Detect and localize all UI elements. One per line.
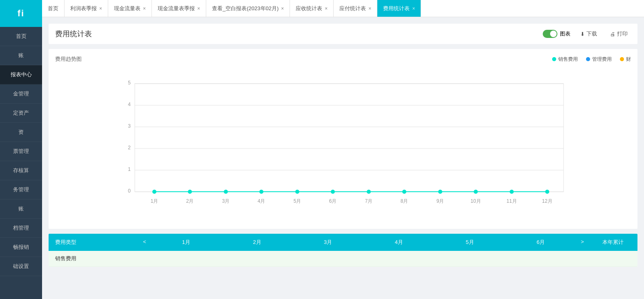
legend-sales-dot	[552, 57, 556, 61]
row-sales-may	[435, 251, 506, 266]
sidebar-item-cash[interactable]: 金管理	[0, 84, 42, 104]
svg-text:1: 1	[128, 166, 131, 172]
chart-legend: 销售费用 管理费用 财	[552, 56, 631, 63]
tab-expense[interactable]: 费用统计表 ×	[377, 0, 421, 17]
sidebar-item-account[interactable]: 账	[0, 46, 42, 65]
svg-text:11月: 11月	[506, 198, 517, 204]
legend-sales: 销售费用	[552, 56, 578, 63]
tab-close-blank-report[interactable]: ×	[281, 6, 284, 11]
table-row: 销售费用	[49, 251, 637, 267]
sidebar-item-assets[interactable]: 定资产	[0, 104, 42, 123]
col-mar: 3月	[292, 234, 363, 251]
row-sales-jun	[505, 251, 576, 266]
tab-blank-report[interactable]: 查看_空白报表(2023年02月) ×	[206, 0, 290, 17]
svg-point-26	[188, 190, 192, 194]
tab-bar: 首页 利润表季报 × 现金流量表 × 现金流量表季报 × 查看_空白报表(202…	[42, 0, 644, 17]
chart-toggle-wrap: 图表	[543, 30, 570, 38]
col-apr: 4月	[363, 234, 435, 251]
content-area: 费用统计表 图表 ⬇ 下载 🖨 打印 费用趋势图	[42, 17, 644, 299]
svg-text:1月: 1月	[151, 198, 158, 204]
row-sales-apr	[363, 251, 435, 266]
download-button[interactable]: ⬇ 下载	[577, 29, 600, 39]
header-actions: 图表 ⬇ 下载 🖨 打印	[543, 29, 631, 39]
sidebar-item-service[interactable]: 务管理	[0, 180, 42, 199]
sidebar-item-salary[interactable]: 资	[0, 123, 42, 142]
svg-text:4: 4	[128, 102, 131, 107]
tab-profit-quarter[interactable]: 利润表季报 ×	[65, 0, 108, 17]
chart-toggle-label: 图表	[560, 30, 570, 38]
svg-text:10月: 10月	[470, 198, 481, 204]
col-ytd: 本年累计	[588, 234, 637, 251]
chart-card: 费用趋势图 销售费用 管理费用 财	[49, 49, 637, 229]
col-may: 5月	[435, 234, 506, 251]
chart-toggle[interactable]	[543, 30, 557, 38]
sidebar-item-home[interactable]: 首页	[0, 27, 42, 46]
sidebar-item-inventory[interactable]: 存核算	[0, 161, 42, 180]
svg-text:5: 5	[128, 80, 131, 86]
tab-home[interactable]: 首页	[42, 0, 65, 17]
sidebar: fi 首页 账 报表中心 金管理 定资产 资 票管理 存核算 务管理 账 档管理…	[0, 0, 42, 299]
expense-table: 费用类型 < 1月 2月 3月 4月 5月 6月 > 本年累计 销售费用	[49, 234, 637, 267]
svg-text:12月: 12月	[542, 198, 552, 204]
svg-text:2: 2	[128, 145, 131, 151]
main-area: 首页 利润表季报 × 现金流量表 × 现金流量表季报 × 查看_空白报表(202…	[42, 0, 644, 299]
sidebar-item-settings[interactable]: 础设置	[0, 257, 42, 276]
svg-text:3月: 3月	[222, 198, 230, 204]
tab-close-payable[interactable]: ×	[368, 6, 371, 11]
svg-point-32	[402, 190, 406, 194]
tab-payable[interactable]: 应付统计表 ×	[334, 0, 377, 17]
tab-close-receivable[interactable]: ×	[325, 6, 328, 11]
print-icon: 🖨	[610, 31, 615, 37]
svg-point-36	[545, 190, 549, 194]
legend-finance-dot	[620, 57, 624, 61]
svg-text:2月: 2月	[186, 198, 194, 204]
col-type: 费用类型	[49, 234, 138, 251]
col-jan: 1月	[151, 234, 222, 251]
svg-point-28	[259, 190, 263, 194]
row-sales-ytd	[588, 251, 637, 266]
tab-receivable[interactable]: 应收统计表 ×	[290, 0, 334, 17]
legend-admin-dot	[586, 57, 590, 61]
svg-point-34	[474, 190, 478, 194]
tab-cashflow[interactable]: 现金流量表 ×	[108, 0, 152, 17]
trend-chart: 0 1 2 3 4 5 1月 2月	[55, 66, 631, 221]
download-icon: ⬇	[580, 31, 585, 37]
legend-finance: 财	[620, 56, 631, 63]
print-button[interactable]: 🖨 打印	[607, 29, 631, 39]
svg-rect-12	[135, 84, 564, 192]
row-sales-feb	[222, 251, 293, 266]
legend-admin: 管理费用	[586, 56, 612, 63]
sidebar-item-reports[interactable]: 报表中心	[0, 65, 42, 84]
chart-title: 费用趋势图	[55, 55, 82, 63]
tab-close-expense[interactable]: ×	[412, 6, 415, 11]
row-type-sales: 销售费用	[49, 251, 138, 266]
svg-text:7月: 7月	[365, 198, 373, 204]
svg-text:4月: 4月	[258, 198, 265, 204]
svg-point-31	[367, 190, 371, 194]
tab-close-cashflow[interactable]: ×	[143, 6, 146, 11]
sidebar-item-ledger[interactable]: 账	[0, 199, 42, 219]
tab-cashflow-quarter[interactable]: 现金流量表季报 ×	[152, 0, 206, 17]
page-header: 费用统计表 图表 ⬇ 下载 🖨 打印	[49, 24, 637, 44]
sidebar-item-invoice[interactable]: 票管理	[0, 142, 42, 161]
svg-point-29	[295, 190, 299, 194]
svg-point-27	[224, 190, 228, 194]
row-sales-empty2	[576, 251, 588, 266]
chart-area: 0 1 2 3 4 5 1月 2月	[55, 66, 631, 222]
svg-text:3: 3	[128, 123, 131, 129]
sidebar-item-archive[interactable]: 档管理	[0, 219, 42, 238]
tab-close-profit-quarter[interactable]: ×	[99, 6, 102, 11]
col-jun: 6月	[505, 234, 576, 251]
chart-header: 费用趋势图 销售费用 管理费用 财	[55, 55, 631, 63]
page-title: 费用统计表	[55, 29, 92, 39]
svg-point-30	[331, 190, 335, 194]
sidebar-item-expense[interactable]: 畅报销	[0, 238, 42, 257]
col-feb: 2月	[222, 234, 293, 251]
col-prev-btn[interactable]: <	[138, 234, 151, 251]
row-sales-mar	[292, 251, 363, 266]
col-next-btn[interactable]: >	[576, 234, 588, 251]
row-sales-empty1	[138, 251, 151, 266]
tab-close-cashflow-quarter[interactable]: ×	[197, 6, 200, 11]
row-sales-jan	[151, 251, 222, 266]
svg-point-25	[152, 190, 156, 194]
